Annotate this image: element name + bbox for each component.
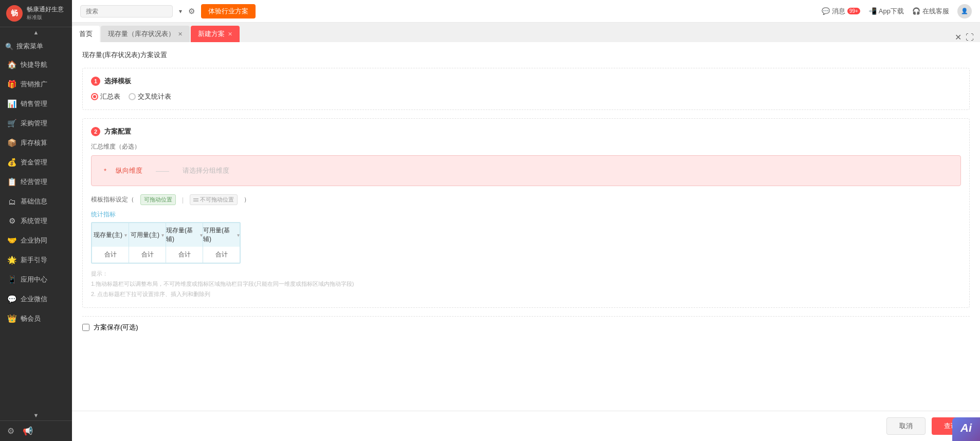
sidebar-scroll-down[interactable]: ▼: [0, 410, 72, 420]
col2-chevron-icon: ▾: [161, 232, 164, 238]
operations-icon: 📋: [7, 177, 16, 187]
tab-inventory-close-icon[interactable]: ✕: [178, 31, 183, 38]
sidebar-item-wechat[interactable]: 💬 企业微信: [0, 289, 72, 309]
section1-header: 1 选择模板: [91, 77, 961, 86]
topbar: ▾ ⚙ 体验行业方案 💬 消息 99+ 📲 App下载 🎧 在线客服 👤: [72, 0, 980, 23]
sidebar: 畅 畅康通好生意 标准版 ▲ 🔍 搜索菜单 🏠 快捷导航 🎁 营销推广 📊 销售…: [0, 0, 72, 441]
online-service-btn[interactable]: 🎧 在线客服: [912, 7, 949, 16]
tab-home[interactable]: 首页: [72, 26, 100, 42]
section2-header: 2 方案配置: [91, 127, 961, 136]
radio-summary-circle: [91, 93, 98, 100]
non-draggable-lines-icon: [193, 198, 198, 201]
wechat-icon: 💬: [7, 295, 16, 304]
topbar-gear-icon[interactable]: ⚙: [188, 7, 195, 16]
radio-summary[interactable]: 汇总表: [91, 92, 120, 101]
inventory-icon: 📦: [7, 138, 16, 148]
pink-dash: ——: [156, 167, 169, 175]
tab-close-btn[interactable]: ✕: [955, 32, 961, 42]
search-icon: 🔍: [5, 43, 13, 50]
sidebar-bottom: ⚙ 📢: [0, 420, 72, 441]
vip-icon: 👑: [7, 314, 16, 323]
sidebar-item-cooperation[interactable]: 🤝 企业协同: [0, 231, 72, 250]
sidebar-logo: 畅 畅康通好生意 标准版: [0, 0, 72, 27]
app-center-icon: 📱: [7, 275, 16, 284]
sidebar-item-purchase[interactable]: 🛒 采购管理: [0, 114, 72, 133]
col-header-4[interactable]: 可用量(基辅) ▾: [203, 223, 240, 247]
draggable-badge: 可拖动位置: [140, 194, 176, 205]
col-header-2[interactable]: 可用量(主) ▾: [129, 223, 166, 247]
radio-cross[interactable]: 交叉统计表: [129, 92, 171, 101]
app-download-icon: 📲: [868, 7, 877, 15]
messages-btn[interactable]: 💬 消息 99+: [822, 7, 860, 16]
sidebar-item-operations[interactable]: 📋 经营管理: [0, 172, 72, 192]
basic-info-icon: 🗂: [7, 197, 16, 206]
speaker-icon[interactable]: 📢: [23, 426, 33, 436]
col-header-1[interactable]: 现存量(主) ▾: [92, 223, 129, 247]
new-guide-icon: 🌟: [7, 255, 16, 265]
summary-dim-label: 汇总维度（必选）: [91, 142, 961, 151]
col-header-3[interactable]: 现存量(基辅) ▾: [166, 223, 203, 247]
stats-cell-1: 合计: [92, 247, 129, 263]
radio-cross-circle: [129, 93, 136, 100]
user-avatar[interactable]: 👤: [957, 4, 972, 19]
purchase-icon: 🛒: [7, 119, 16, 128]
cooperation-icon: 🤝: [7, 236, 16, 245]
tab-inventory-status[interactable]: 现存量（库存状况表） ✕: [101, 26, 190, 42]
settings-icon[interactable]: ⚙: [7, 426, 14, 436]
vertical-dim-area[interactable]: * 纵向维度 —— 请选择分组维度: [91, 155, 961, 186]
tabbar: 首页 现存量（库存状况表） ✕ 新建方案 ✕ ✕ ⛶: [72, 23, 980, 42]
logo-text: 畅康通好生意 标准版: [27, 6, 64, 21]
quick-nav-icon: 🏠: [7, 60, 16, 69]
cancel-button[interactable]: 取消: [886, 417, 925, 435]
section-template: 1 选择模板 汇总表 交叉统计表: [82, 68, 970, 110]
tab-new-plan-close-icon[interactable]: ✕: [228, 31, 232, 38]
save-checkbox[interactable]: [82, 324, 89, 331]
tab-new-plan[interactable]: 新建方案 ✕: [191, 26, 240, 42]
vertical-dim-label: 纵向维度: [116, 166, 142, 175]
template-label: 模板指标设定（ 可拖动位置 | 不可拖动位置 ）: [91, 194, 961, 205]
sales-icon: 📊: [7, 99, 16, 108]
content-area: 现存量(库存状况表)方案设置 1 选择模板 汇总表 交叉统计表 2: [72, 42, 980, 411]
sidebar-item-basic-info[interactable]: 🗂 基础信息: [0, 192, 72, 211]
col4-chevron-icon: ▾: [237, 232, 240, 238]
finance-icon: 💰: [7, 158, 16, 167]
sidebar-item-vip[interactable]: 👑 畅会员: [0, 309, 72, 328]
stats-cell-2: 合计: [129, 247, 166, 263]
footer-bar: 取消 查询: [72, 411, 980, 441]
template-indicator-section: 模板指标设定（ 可拖动位置 | 不可拖动位置 ） 统计指标: [91, 194, 961, 299]
sidebar-item-new-guide[interactable]: 🌟 新手引导: [0, 250, 72, 270]
topbar-search-input[interactable]: [80, 5, 173, 17]
sidebar-item-quick-nav[interactable]: 🏠 快捷导航: [0, 55, 72, 75]
service-icon: 🎧: [912, 7, 920, 15]
template-radio-group: 汇总表 交叉统计表: [91, 92, 961, 101]
ai-badge[interactable]: Ai: [952, 417, 980, 441]
tips-section: 提示： 1.拖动标题栏可以调整布局，不可跨维度或指标区域拖动栏目字段(只能在同一…: [91, 269, 961, 299]
sidebar-scroll-up[interactable]: ▲: [0, 27, 72, 38]
col3-chevron-icon: ▾: [200, 232, 203, 238]
sidebar-item-app-center[interactable]: 📱 应用中心: [0, 270, 72, 289]
sidebar-search[interactable]: 🔍 搜索菜单: [0, 38, 72, 55]
system-icon: ⚙: [7, 216, 16, 226]
statistics-section: 统计指标 现存量(主) ▾ 可用量(主) ▾: [91, 210, 961, 264]
stats-body-row: 合计 合计 合计 合计: [92, 247, 240, 263]
stats-cell-3: 合计: [166, 247, 203, 263]
topbar-dropdown-icon[interactable]: ▾: [179, 8, 182, 15]
sidebar-item-marketing[interactable]: 🎁 营销推广: [0, 75, 72, 94]
tab-expand-btn[interactable]: ⛶: [966, 33, 974, 42]
section-config: 2 方案配置 汇总维度（必选） * 纵向维度 —— 请选择分组维度 模板指标设定…: [82, 118, 970, 308]
trial-btn[interactable]: 体验行业方案: [201, 4, 256, 19]
main-area: ▾ ⚙ 体验行业方案 💬 消息 99+ 📲 App下载 🎧 在线客服 👤 首页: [72, 0, 980, 441]
sidebar-nav: 🏠 快捷导航 🎁 营销推广 📊 销售管理 🛒 采购管理 📦 库存核算 💰 资金管…: [0, 55, 72, 410]
statistics-title: 统计指标: [91, 210, 961, 219]
sidebar-item-sales[interactable]: 📊 销售管理: [0, 94, 72, 114]
stats-header-row: 现存量(主) ▾ 可用量(主) ▾ 现存量(基辅) ▾: [92, 223, 240, 247]
page-title: 现存量(库存状况表)方案设置: [82, 50, 970, 60]
sidebar-item-inventory[interactable]: 📦 库存核算: [0, 133, 72, 153]
sidebar-item-system[interactable]: ⚙ 系统管理: [0, 211, 72, 231]
app-download-btn[interactable]: 📲 App下载: [868, 7, 904, 16]
vertical-dim-placeholder: 请选择分组维度: [183, 166, 229, 175]
sidebar-item-finance[interactable]: 💰 资金管理: [0, 153, 72, 172]
col1-chevron-icon: ▾: [124, 232, 127, 238]
save-label: 方案保存(可选): [94, 323, 138, 332]
marketing-icon: 🎁: [7, 80, 16, 89]
